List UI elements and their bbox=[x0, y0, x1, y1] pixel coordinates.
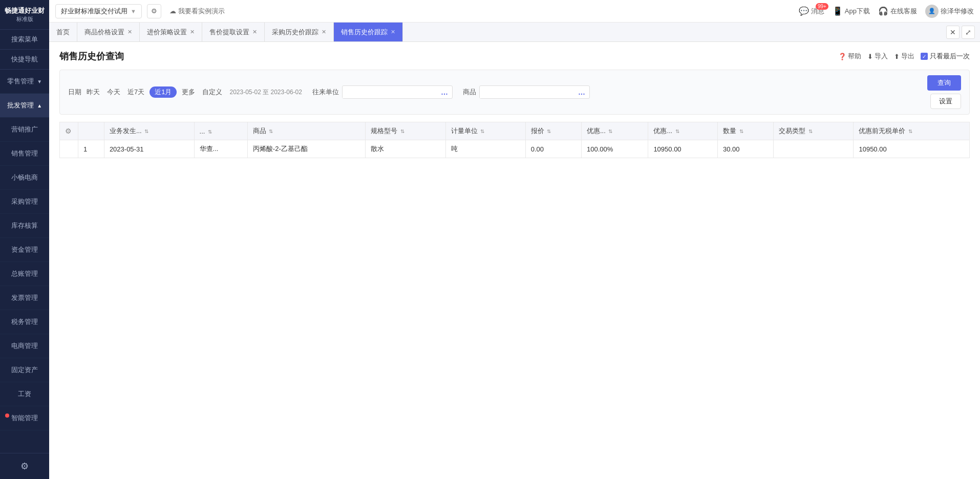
sort-icon: ⇅ bbox=[144, 128, 148, 134]
only-last-checkbox[interactable]: ✓ 只看最后一次 bbox=[921, 52, 970, 61]
demo-link[interactable]: ☁ 我要看实例演示 bbox=[169, 7, 225, 16]
online-service-button[interactable]: 🎧 在线客服 bbox=[878, 6, 917, 16]
topbar-setting-button[interactable]: ⚙ bbox=[147, 4, 161, 18]
th-discount1-label: 优惠... bbox=[587, 127, 606, 135]
sidebar-settings-button[interactable]: ⚙ bbox=[0, 453, 49, 479]
sidebar-item-retail[interactable]: 零售管理 ▼ bbox=[0, 70, 49, 94]
close-icon[interactable]: ✕ bbox=[127, 29, 132, 35]
import-link[interactable]: ⬇ 导入 bbox=[867, 52, 888, 61]
td-more: 华查... bbox=[194, 140, 247, 158]
tab-price-setting-label: 商品价格设置 bbox=[84, 28, 124, 37]
help-link[interactable]: ❓ 帮助 bbox=[838, 52, 861, 61]
page-header: 销售历史价查询 ❓ 帮助 ⬇ 导入 ⬆ 导出 ✓ 只看最后一次 bbox=[59, 50, 970, 62]
date-range-display: 2023-05-02 至 2023-06-02 bbox=[229, 88, 302, 97]
query-button[interactable]: 查询 bbox=[927, 75, 961, 91]
date-more[interactable]: 更多 bbox=[180, 86, 197, 98]
date-options: 昨天 今天 近7天 近1月 更多 自定义 bbox=[84, 86, 224, 98]
th-unit[interactable]: 计量单位 ⇅ bbox=[445, 122, 525, 140]
tab-price-setting[interactable]: 商品价格设置 ✕ bbox=[77, 23, 140, 42]
sidebar-item-assets[interactable]: 固定资产 bbox=[0, 358, 49, 382]
close-icon[interactable]: ✕ bbox=[322, 29, 326, 35]
date-filter-group: 日期 昨天 今天 近7天 近1月 更多 自定义 2023-05-02 至 202… bbox=[68, 86, 302, 98]
th-qty[interactable]: 数量 ⇅ bbox=[718, 122, 774, 140]
sidebar-item-ecommerce[interactable]: 电商管理 bbox=[0, 334, 49, 358]
supplier-dots-button[interactable]: … bbox=[437, 86, 452, 98]
user-profile-button[interactable]: 👤 徐泽华修改 bbox=[925, 5, 974, 18]
sidebar-item-marketing[interactable]: 营销推广 bbox=[0, 118, 49, 142]
td-trade-type bbox=[774, 140, 854, 158]
th-notax-price-label: 优惠前无税单价 bbox=[859, 127, 905, 135]
product-input[interactable] bbox=[480, 86, 574, 98]
tab-purchase-history[interactable]: 采购历史价跟踪 ✕ bbox=[265, 23, 334, 42]
date-yesterday[interactable]: 昨天 bbox=[84, 86, 102, 98]
only-last-label: 只看最后一次 bbox=[930, 52, 970, 61]
tab-sale-history[interactable]: 销售历史价跟踪 ✕ bbox=[334, 23, 403, 42]
sidebar-search[interactable]: 搜索菜单 bbox=[0, 30, 49, 50]
message-button[interactable]: 💬 消息 99+ bbox=[799, 6, 824, 16]
th-discount2-label: 优惠... bbox=[653, 127, 672, 135]
th-discount1[interactable]: 优惠... ⇅ bbox=[582, 122, 648, 140]
th-trade-type[interactable]: 交易类型 ⇅ bbox=[774, 122, 854, 140]
demo-label: 我要看实例演示 bbox=[178, 7, 225, 16]
topbar: 好业财标准版交付试用 ▼ ⚙ ☁ 我要看实例演示 💬 消息 99+ 📱 App下… bbox=[49, 0, 980, 23]
table-row: 1 2023-05-31 华查... 丙烯酸-2-乙基己酯 散水 吨 0.00 … bbox=[60, 140, 970, 158]
supplier-input-wrap: … bbox=[342, 85, 453, 99]
sidebar-item-finance[interactable]: 资金管理 bbox=[0, 238, 49, 262]
supplier-filter-group: 往来单位 … bbox=[312, 85, 453, 99]
sidebar-item-label: 固定资产 bbox=[11, 366, 38, 374]
sidebar: 畅捷通好业财 标准版 搜索菜单 快捷导航 零售管理 ▼ 批发管理 ▲ 营销推广 … bbox=[0, 0, 49, 479]
sidebar-item-invoice[interactable]: 发票管理 bbox=[0, 286, 49, 310]
sidebar-item-tax[interactable]: 税务管理 bbox=[0, 310, 49, 334]
app-download-button[interactable]: 📱 App下载 bbox=[833, 6, 870, 16]
sidebar-item-ledger[interactable]: 总账管理 bbox=[0, 262, 49, 286]
date-today[interactable]: 今天 bbox=[105, 86, 122, 98]
tab-purchase-strategy[interactable]: 进价策略设置 ✕ bbox=[140, 23, 202, 42]
page-actions: ❓ 帮助 ⬇ 导入 ⬆ 导出 ✓ 只看最后一次 bbox=[838, 52, 970, 61]
tab-purchase-strategy-label: 进价策略设置 bbox=[147, 28, 187, 37]
gear-icon[interactable]: ⚙ bbox=[65, 127, 72, 135]
td-qty: 30.00 bbox=[718, 140, 774, 158]
date-filter-label: 日期 bbox=[68, 88, 81, 97]
close-icon[interactable]: ✕ bbox=[391, 29, 395, 35]
date-custom[interactable]: 自定义 bbox=[200, 86, 224, 98]
sidebar-item-inventory[interactable]: 库存核算 bbox=[0, 214, 49, 238]
chevron-up-icon: ▲ bbox=[37, 103, 42, 108]
date-last1month[interactable]: 近1月 bbox=[150, 86, 177, 98]
tab-sale-extract[interactable]: 售价提取设置 ✕ bbox=[202, 23, 265, 42]
sidebar-item-smart[interactable]: 智能管理 bbox=[0, 406, 49, 430]
sidebar-item-small-ecommerce[interactable]: 小畅电商 bbox=[0, 166, 49, 190]
close-tab-button[interactable]: ✕ bbox=[946, 26, 960, 39]
td-product: 丙烯酸-2-乙基己酯 bbox=[247, 140, 366, 158]
th-spec[interactable]: 规格型号 ⇅ bbox=[366, 122, 445, 140]
tabbar: 首页 商品价格设置 ✕ 进价策略设置 ✕ 售价提取设置 ✕ 采购历史价跟踪 ✕ … bbox=[49, 23, 980, 42]
th-more[interactable]: ... ⇅ bbox=[194, 122, 247, 140]
sidebar-item-salary[interactable]: 工资 bbox=[0, 382, 49, 406]
username-label: 徐泽华修改 bbox=[941, 7, 974, 16]
th-discount2[interactable]: 优惠... ⇅ bbox=[648, 122, 718, 140]
sidebar-item-wholesale[interactable]: 批发管理 ▲ bbox=[0, 94, 49, 118]
sort-icon: ⇅ bbox=[269, 128, 273, 134]
th-date[interactable]: 业务发生... ⇅ bbox=[104, 122, 194, 140]
settings-button[interactable]: 设置 bbox=[930, 94, 961, 109]
th-notax-price[interactable]: 优惠前无税单价 ⇅ bbox=[854, 122, 970, 140]
supplier-input[interactable] bbox=[343, 86, 437, 98]
sidebar-item-label: 工资 bbox=[18, 390, 31, 398]
maximize-button[interactable]: ⤢ bbox=[962, 26, 975, 39]
page-title: 销售历史价查询 bbox=[59, 50, 124, 62]
td-price: 0.00 bbox=[525, 140, 581, 158]
date-last7days[interactable]: 近7天 bbox=[125, 86, 146, 98]
th-price[interactable]: 报价 ⇅ bbox=[525, 122, 581, 140]
sidebar-item-purchase[interactable]: 采购管理 bbox=[0, 190, 49, 214]
sort-icon: ⇅ bbox=[908, 128, 912, 134]
sidebar-quicknav[interactable]: 快捷导航 bbox=[0, 50, 49, 70]
close-icon[interactable]: ✕ bbox=[190, 29, 195, 35]
close-icon[interactable]: ✕ bbox=[252, 29, 257, 35]
version-label: 好业财标准版交付试用 bbox=[61, 7, 127, 16]
product-dots-button[interactable]: … bbox=[574, 86, 589, 98]
main-area: 好业财标准版交付试用 ▼ ⚙ ☁ 我要看实例演示 💬 消息 99+ 📱 App下… bbox=[49, 0, 980, 479]
tab-home[interactable]: 首页 bbox=[49, 23, 77, 42]
version-selector[interactable]: 好业财标准版交付试用 ▼ bbox=[55, 4, 142, 18]
th-product[interactable]: 商品 ⇅ bbox=[247, 122, 366, 140]
export-link[interactable]: ⬆ 导出 bbox=[894, 52, 914, 61]
sidebar-item-sales[interactable]: 销售管理 bbox=[0, 142, 49, 166]
